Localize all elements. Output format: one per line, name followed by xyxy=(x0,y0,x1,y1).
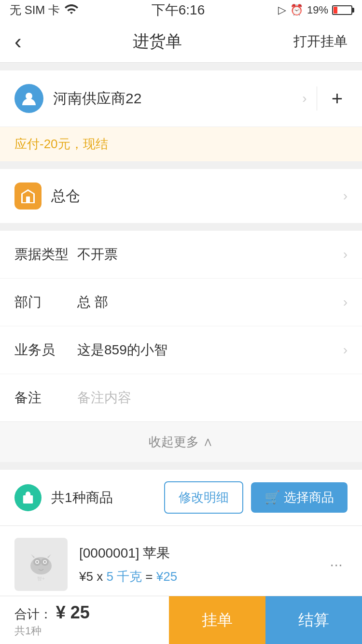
supplier-notice: 应付-20元，现结 xyxy=(0,127,362,161)
product-name: [0000001] 苹果 xyxy=(79,544,325,562)
battery-percent: 19% xyxy=(307,4,328,16)
suspend-button[interactable]: 挂单 xyxy=(169,596,265,644)
status-left: 无 SIM 卡 xyxy=(10,2,78,18)
total-area: 合计： ¥ 25 共1种 xyxy=(0,602,169,638)
products-header: 共1种商品 修改明细 🛒 选择商品 xyxy=(0,470,362,526)
dept-row[interactable]: 部门 总 部 › xyxy=(0,279,362,326)
location-icon: ▷ xyxy=(278,4,286,16)
page-title: 进货单 xyxy=(133,30,182,53)
battery-icon xyxy=(332,5,352,15)
remark-row[interactable]: 备注 备注内容 xyxy=(0,374,362,421)
carrier-text: 无 SIM 卡 xyxy=(10,2,60,18)
product-price: ¥5 x 5 千克 = ¥25 xyxy=(79,568,325,585)
open-pending-button[interactable]: 打开挂单 xyxy=(293,32,348,51)
nav-bar: ‹ 进货单 打开挂单 xyxy=(0,20,362,63)
product-menu-button[interactable]: ··· xyxy=(325,551,348,578)
invoice-row[interactable]: 票据类型 不开票 › xyxy=(0,231,362,279)
staff-chevron-icon: › xyxy=(343,342,348,358)
product-title: 苹果 xyxy=(143,546,170,560)
collapse-button[interactable]: 收起更多 ∧ xyxy=(0,421,362,462)
price-equals: = xyxy=(145,569,156,584)
product-thumbnail: 智+ xyxy=(14,538,68,591)
svg-point-3 xyxy=(30,557,52,574)
warehouse-icon xyxy=(14,182,42,210)
staff-row[interactable]: 业务员 这是859的小智 › xyxy=(0,326,362,374)
form-section: 票据类型 不开票 › 部门 总 部 › 业务员 这是859的小智 › 备注 备注… xyxy=(0,231,362,421)
dept-value: 总 部 xyxy=(77,293,343,311)
product-info: [0000001] 苹果 ¥5 x 5 千克 = ¥25 xyxy=(79,544,325,585)
quantity-value: 5 xyxy=(106,569,113,584)
invoice-chevron-icon: › xyxy=(343,247,348,262)
warehouse-chevron-icon: › xyxy=(343,188,348,204)
remark-input[interactable]: 备注内容 xyxy=(77,389,348,407)
supplier-row[interactable]: 河南供应商22 › + xyxy=(0,70,362,127)
supplier-avatar xyxy=(14,84,43,113)
supplier-name: 河南供应商22 xyxy=(53,89,302,109)
main-content: 河南供应商22 › + 应付-20元，现结 总仓 › 票据类型 不开票 › xyxy=(0,70,362,644)
invoice-label: 票据类型 xyxy=(14,245,77,264)
status-right: ▷ ⏰ 19% xyxy=(278,4,352,16)
total-amount: ¥ 25 xyxy=(56,602,90,622)
supplier-chevron-icon: › xyxy=(302,91,306,106)
svg-rect-1 xyxy=(26,196,30,203)
total-label: 合计： xyxy=(14,607,52,621)
checkout-button[interactable]: 结算 xyxy=(265,596,362,644)
invoice-value: 不开票 xyxy=(77,245,343,264)
dept-chevron-icon: › xyxy=(343,294,348,310)
alarm-icon: ⏰ xyxy=(290,4,303,16)
svg-point-9 xyxy=(44,561,46,563)
staff-value: 这是859的小智 xyxy=(77,341,343,359)
warehouse-row[interactable]: 总仓 › xyxy=(0,169,362,223)
select-product-button[interactable]: 🛒 选择商品 xyxy=(251,482,348,513)
remark-label: 备注 xyxy=(14,389,77,407)
divider xyxy=(317,86,317,111)
svg-point-0 xyxy=(26,93,32,99)
unit-value: 千克 xyxy=(117,569,142,584)
staff-label: 业务员 xyxy=(14,341,77,359)
edit-detail-button[interactable]: 修改明细 xyxy=(164,481,243,514)
total-count: 共1种 xyxy=(14,624,154,638)
status-time: 下午6:16 xyxy=(152,1,205,19)
wifi-icon xyxy=(65,3,78,17)
add-supplier-button[interactable]: + xyxy=(327,88,348,110)
total-value: ¥25 xyxy=(156,569,177,584)
status-bar: 无 SIM 卡 下午6:16 ▷ ⏰ 19% xyxy=(0,0,362,20)
product-item: 智+ [0000001] 苹果 ¥5 x 5 千克 = ¥25 ··· xyxy=(0,526,362,602)
back-button[interactable]: ‹ xyxy=(14,29,22,54)
warehouse-name: 总仓 xyxy=(51,186,343,206)
bottom-bar: 合计： ¥ 25 共1种 挂单 结算 xyxy=(0,596,362,644)
svg-point-8 xyxy=(36,561,38,563)
warehouse-section: 总仓 › xyxy=(0,169,362,223)
dept-label: 部门 xyxy=(14,293,77,311)
cart-icon: 🛒 xyxy=(265,490,280,505)
products-count: 共1种商品 xyxy=(51,489,164,507)
svg-text:智+: 智+ xyxy=(37,576,45,581)
price-value: ¥5 xyxy=(79,569,93,584)
supplier-section: 河南供应商22 › + 应付-20元，现结 xyxy=(0,70,362,161)
products-icon xyxy=(14,484,42,511)
price-multiply: x xyxy=(97,569,106,584)
product-code: [0000001] xyxy=(79,546,139,560)
